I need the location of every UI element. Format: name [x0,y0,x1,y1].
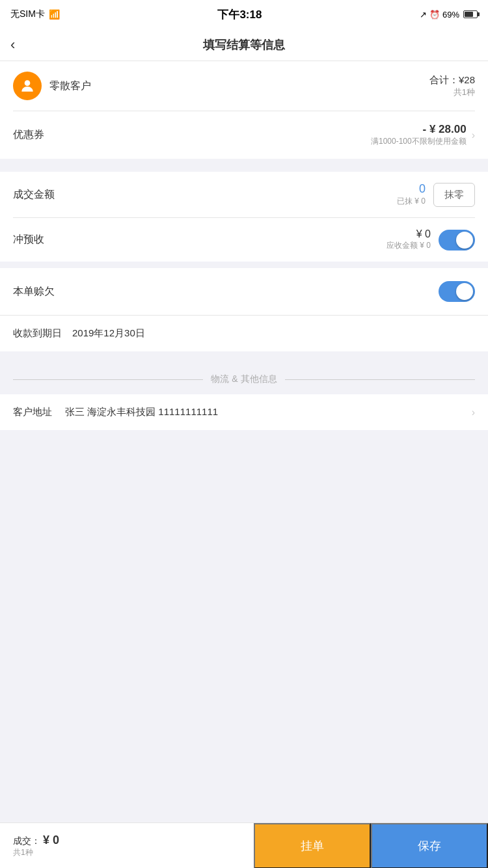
prepay-right: ¥ 0 应收金额 ¥ 0 [386,228,475,251]
wifi-icon: 📶 [49,9,60,20]
coupon-label: 优惠券 [13,128,44,142]
bottom-summary-row: 成交： ¥ 0 [13,834,241,847]
transaction-section: 成交金额 0 已抹 ¥ 0 抹零 冲预收 ¥ 0 应收金额 ¥ 0 [0,172,488,262]
customer-name: 零散客户 [49,79,91,93]
bottom-summary-title: 成交： [13,835,40,847]
status-bar: 无SIM卡 📶 下午3:18 ↗ ⏰ 69% [0,0,488,29]
prepay-toggle[interactable] [439,230,475,251]
total-amount: 合计：¥28 [429,74,475,87]
alarm-icon: ⏰ [429,10,440,20]
customer-right: 合计：¥28 共1种 [429,74,475,98]
coupon-row[interactable]: 优惠券 - ¥ 28.00 满1000-100不限制使用金额 › [0,111,488,159]
avatar [13,72,42,100]
bottom-summary-amount: ¥ 0 [43,834,59,847]
debt-section: 本单赊欠 收款到期日 2019年12月30日 [0,268,488,351]
save-button[interactable]: 保存 [371,823,488,869]
svg-point-0 [25,80,31,86]
debt-toggle-knob [456,283,473,300]
signal-text: 无SIM卡 [10,8,45,20]
location-icon: ↗ [420,10,427,20]
due-date-label: 收款到期日 [13,327,62,340]
address-section: 客户地址 张三 海淀永丰科技园 11111111111 › [0,394,488,430]
address-row[interactable]: 客户地址 张三 海淀永丰科技园 11111111111 › [0,394,488,430]
prepay-value: ¥ 0 [386,228,431,240]
status-time: 下午3:18 [217,7,262,22]
total-count: 共1种 [429,87,475,98]
prepay-sub: 应收金额 ¥ 0 [386,240,431,251]
debt-label: 本单赊欠 [13,285,55,299]
customer-row: 零散客户 合计：¥28 共1种 [0,61,488,111]
coupon-desc: 满1000-100不限制使用金额 [371,136,467,147]
coupon-info: - ¥ 28.00 满1000-100不限制使用金额 [371,123,467,147]
transaction-right: 0 已抹 ¥ 0 抹零 [397,182,475,207]
customer-section: 零散客户 合计：¥28 共1种 优惠券 - ¥ 28.00 满1000-100不… [0,61,488,159]
bottom-summary: 成交： ¥ 0 共1种 [0,834,254,858]
round-zero-button[interactable]: 抹零 [433,183,475,207]
main-content: 零散客户 合计：¥28 共1种 优惠券 - ¥ 28.00 满1000-100不… [0,61,488,482]
coupon-discount: - ¥ 28.00 [371,123,467,136]
section-gap-3 [0,358,488,364]
debt-toggle[interactable] [439,281,475,302]
transaction-sub: 已抹 ¥ 0 [397,196,426,207]
prepay-amounts: ¥ 0 应收金额 ¥ 0 [386,228,431,251]
battery-percent: 69% [442,10,459,20]
customer-left: 零散客户 [13,72,91,100]
prepay-row: 冲预收 ¥ 0 应收金额 ¥ 0 [0,218,488,262]
pending-button[interactable]: 挂单 [254,823,371,869]
address-chevron-icon: › [472,407,475,418]
status-left: 无SIM卡 📶 [10,8,60,20]
address-label: 客户地址 [13,406,52,418]
transaction-amount-col: 0 已抹 ¥ 0 [397,182,426,207]
coupon-right: - ¥ 28.00 满1000-100不限制使用金额 › [371,123,475,147]
address-value: 张三 海淀永丰科技园 11111111111 [65,406,218,418]
status-right: ↗ ⏰ 69% [420,10,478,20]
battery-icon [463,10,478,18]
logistics-label: 物流 & 其他信息 [211,373,277,385]
prepay-label: 冲预收 [13,233,44,247]
nav-bar: ‹ 填写结算等信息 [0,29,488,61]
transaction-row: 成交金额 0 已抹 ¥ 0 抹零 [0,172,488,217]
debt-row: 本单赊欠 [0,268,488,315]
bottom-bar: 成交： ¥ 0 共1种 挂单 保存 [0,822,488,868]
bottom-summary-count: 共1种 [13,847,241,858]
due-date-value[interactable]: 2019年12月30日 [72,327,145,340]
back-button[interactable]: ‹ [10,36,15,53]
section-gap-2 [0,262,488,268]
transaction-label: 成交金额 [13,188,55,202]
address-left: 客户地址 张三 海淀永丰科技园 11111111111 [13,406,218,418]
chevron-right-icon: › [472,129,475,141]
page-title: 填写结算等信息 [203,37,285,53]
transaction-value[interactable]: 0 [397,182,426,196]
section-gap-1 [0,165,488,172]
logistics-header: 物流 & 其他信息 [0,364,488,394]
toggle-knob [456,232,473,249]
due-date-row: 收款到期日 2019年12月30日 [0,315,488,351]
